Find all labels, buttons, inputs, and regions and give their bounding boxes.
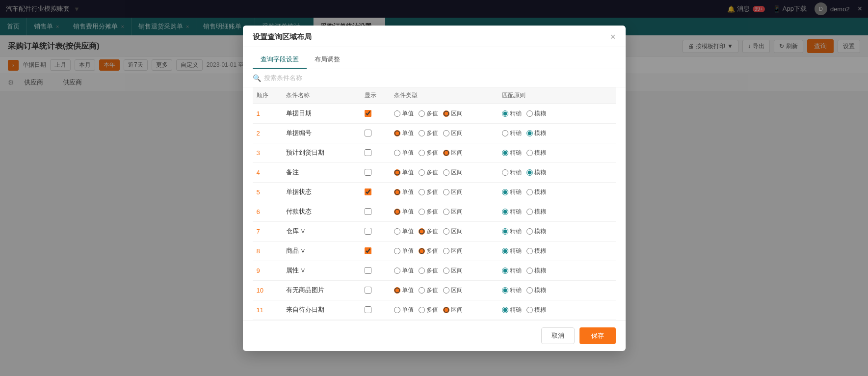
dialog-table-header: 顺序 条件名称 显示 条件类型 匹配原则 (253, 87, 616, 92)
dialog-header: 设置查询区域布局 × (243, 26, 626, 47)
dialog-tabs: 查询字段设置 布局调整 (243, 47, 626, 69)
dialog-tab-layout[interactable]: 布局调整 (307, 52, 348, 69)
col-type-header: 条件类型 (390, 91, 498, 92)
col-match-header: 匹配原则 (498, 91, 596, 92)
dialog-tab-query-fields-label: 查询字段设置 (261, 55, 299, 63)
search-icon: 🔍 (253, 74, 261, 82)
dialog-table: 顺序 条件名称 显示 条件类型 匹配原则 1单据日期单值多值区间精确模糊2单据编… (243, 87, 626, 92)
dialog-tab-query-fields[interactable]: 查询字段设置 (253, 52, 307, 69)
dialog-title: 设置查询区域布局 (253, 32, 312, 42)
dialog-close-button[interactable]: × (610, 32, 616, 41)
col-order-header: 顺序 (253, 91, 282, 92)
search-input[interactable] (264, 74, 362, 81)
search-row: 🔍 (243, 69, 626, 87)
settings-dialog: 设置查询区域布局 × 查询字段设置 布局调整 🔍 顺序 条件名称 显示 条件类型 (243, 26, 626, 92)
col-display-header: 显示 (361, 91, 390, 92)
col-name-header: 条件名称 (282, 91, 361, 92)
modal-overlay: 设置查询区域布局 × 查询字段设置 布局调整 🔍 顺序 条件名称 显示 条件类型 (0, 0, 868, 91)
dialog-tab-layout-label: 布局调整 (315, 55, 340, 63)
